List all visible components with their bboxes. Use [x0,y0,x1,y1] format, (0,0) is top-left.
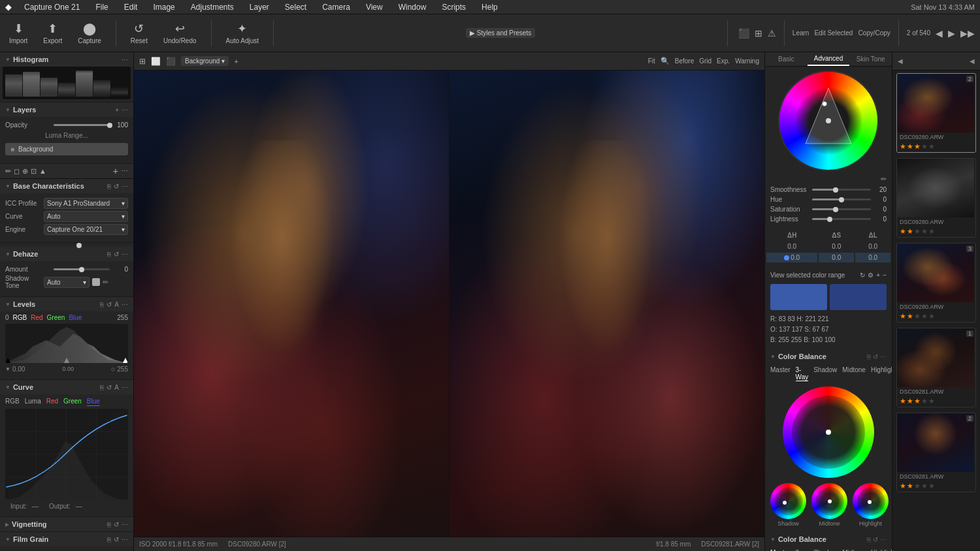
saturation-slider[interactable] [812,208,871,210]
viewer-layout-split[interactable]: ⬛ [166,57,176,66]
learn-button[interactable]: Learn [792,29,809,37]
film-thumb-2[interactable]: DSC09280.ARW ★★★★★ [896,158,976,238]
grid-button-2[interactable]: Grid [699,57,711,65]
reset-button[interactable]: ↺ Reset [127,19,152,47]
cb2-reset-icon[interactable]: ↺ [873,536,878,543]
copy-copy-button[interactable]: Copy/Copy [858,29,890,37]
dehaze-header[interactable]: ▼ Dehaze ⎘ ↺ ⋯ [0,247,133,261]
midtone-wheel-dot[interactable] [828,499,832,503]
background-layer-item[interactable]: ■ Background [5,143,128,155]
background-dropdown[interactable]: Background ▾ [181,56,229,66]
layers-header[interactable]: ▼ Layers + ⋯ [0,102,133,117]
menu-window[interactable]: Window [396,3,429,12]
add-view-button[interactable]: + [234,57,238,65]
curve-header[interactable]: ▼ Curve ⎘ ↺ A ⋯ [0,380,133,394]
menu-camera[interactable]: Camera [319,3,353,12]
highlight-wheel-dot[interactable] [868,500,872,504]
menu-scripts[interactable]: Scripts [439,3,468,12]
vignetting-reset-icon[interactable]: ↺ [114,521,119,528]
menu-edit[interactable]: Edit [122,3,140,12]
menu-file[interactable]: File [93,3,110,12]
view-selected-settings-icon[interactable]: ⚙ [868,272,874,279]
menu-layer[interactable]: Layer [247,3,272,12]
shadow-tone-field[interactable]: Auto ▾ [44,277,90,288]
tab-skin-tone[interactable]: Skin Tone [849,53,892,65]
shadow-wheel-dot[interactable] [783,501,787,505]
layers-options-icon[interactable]: ⋯ [121,167,128,176]
dehaze-copy-icon[interactable]: ⎘ [107,251,111,258]
levels-menu-icon[interactable]: ⋯ [122,301,128,308]
add-layer-button[interactable]: + [113,166,118,176]
vignetting-copy-icon[interactable]: ⎘ [107,521,111,528]
undo-redo-button[interactable]: ↩ Undo/Redo [159,19,201,47]
layers-menu-icon[interactable]: ⋯ [122,106,128,114]
wheel-edit-icon[interactable]: ✏ [881,175,887,183]
base-char-reset-icon[interactable]: ↺ [114,183,119,190]
film-thumb-3[interactable]: 3 DSC09280.ARW ★★★★★ [896,243,976,323]
dehaze-reset-icon[interactable]: ↺ [114,251,119,258]
filmstrip-nav-left[interactable]: ◀ [898,57,903,65]
vignetting-header[interactable]: ▶ Vignetting ⎘ ↺ ⋯ [0,517,133,531]
exp-warning-button[interactable]: ⚠ [768,28,776,39]
levels-tab-blue[interactable]: Blue [69,314,82,321]
highlight-wheel[interactable] [853,483,889,519]
cb1-tab-3way[interactable]: 3-Way [796,366,809,381]
nav-play-button[interactable]: ▶ [948,28,955,39]
curve-value-field[interactable]: Auto ▾ [44,211,128,222]
levels-auto-icon[interactable]: A [114,301,119,308]
layers-add-icon[interactable]: + [115,106,119,114]
viewer-layout-single[interactable]: ⬜ [151,57,161,66]
hue-slider[interactable] [812,198,871,200]
curve-tab-red[interactable]: Red [46,397,58,406]
cb1-tab-highlight[interactable]: Highlight [871,366,892,381]
curve-copy-icon[interactable]: ⎘ [100,384,104,391]
menu-adjustments[interactable]: Adjustments [188,3,237,12]
nav-prev-button[interactable]: ◀ [936,28,943,39]
levels-copy-icon[interactable]: ⎘ [100,301,104,308]
auto-adjust-button[interactable]: ✦ Auto Adjust [222,19,263,47]
before-after-button[interactable]: Before [675,57,694,65]
view-selected-refresh-icon[interactable]: ↻ [860,272,865,279]
film-grain-reset-icon[interactable]: ↺ [114,536,119,543]
luma-range-button[interactable]: Luma Range... [5,131,128,140]
curve-tab-luma[interactable]: Luma [25,397,41,406]
grid-button[interactable]: ⊞ [755,28,762,39]
exp-button[interactable]: Exp. [717,57,730,65]
film-thumb-1[interactable]: 2 DSC09280.ARW ★★★★★ [896,73,976,153]
tab-advanced[interactable]: Advanced [808,52,850,66]
levels-tab-rgb[interactable]: RGB [13,314,27,321]
gradient-tool[interactable]: ▲ [39,167,46,175]
levels-black-point[interactable]: ▼ 0.00 [5,366,25,373]
styles-presets-button[interactable]: ▶ Styles and Presets [466,28,535,38]
base-characteristics-header[interactable]: ▼ Base Characteristics ⎘ ↺ ⋯ [0,179,133,193]
edit-selected-button[interactable]: Edit Selected [814,29,853,37]
menu-view[interactable]: View [363,3,385,12]
histogram-header[interactable]: ▼ Histogram ⋯ [0,52,133,67]
view-selected-minus-icon[interactable]: − [883,272,887,279]
capture-button[interactable]: ⬤ Capture [74,19,105,47]
cb1-master-wheel-dot[interactable] [826,430,831,435]
levels-reset-icon[interactable]: ↺ [106,301,112,308]
color-balance-2-header[interactable]: ▼ Color Balance ⎘ ↺ ⋯ [765,532,892,546]
film-thumb-4[interactable]: 1 DSC09281.ARW ★★★★★ [896,328,976,407]
curve-auto-icon[interactable]: A [114,384,119,391]
film-grain-menu-icon[interactable]: ⋯ [122,536,128,543]
curve-menu-icon[interactable]: ⋯ [122,384,128,391]
curve-display[interactable] [5,409,128,500]
cb1-copy-icon[interactable]: ⎘ [867,353,871,360]
delta-row-1[interactable]: 0.0 0.0 0.0 [766,242,890,251]
midtone-wheel[interactable] [811,483,847,519]
film-grain-copy-icon[interactable]: ⎘ [107,536,111,543]
before-button[interactable]: ⬛ [738,28,749,39]
shadow-wheel[interactable] [770,483,806,519]
levels-tab-green[interactable]: Green [47,314,65,321]
viewer-layout-grid[interactable]: ⊞ [139,57,146,66]
opacity-slider[interactable] [54,124,110,126]
smoothness-slider[interactable] [812,189,871,191]
cb2-menu-icon[interactable]: ⋯ [880,536,887,543]
curve-tab-rgb[interactable]: RGB [5,397,20,406]
import-button[interactable]: ⬇ Import [5,19,31,47]
export-button[interactable]: ⬆ Export [39,19,66,47]
cb1-tab-midtone[interactable]: Midtone [842,366,866,381]
menu-image[interactable]: Image [150,3,177,12]
